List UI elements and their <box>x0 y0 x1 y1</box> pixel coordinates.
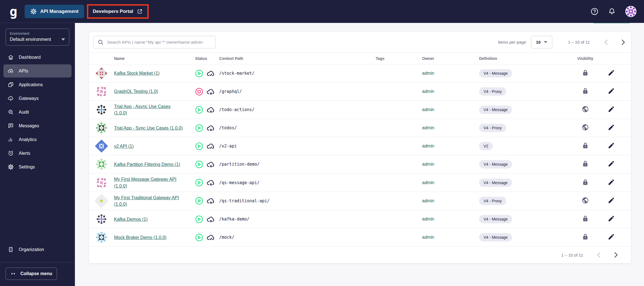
edit-api-button[interactable] <box>608 124 615 131</box>
previous-page-icon[interactable] <box>603 39 610 46</box>
api-table-body: Kafka Stock Market (1) /stock-market/ ad… <box>89 64 631 247</box>
collapse-menu-button[interactable]: Collapse menu <box>6 268 57 280</box>
messages-icon <box>8 123 14 129</box>
items-per-page-select[interactable]: 10 <box>531 36 552 48</box>
chevron-down-icon <box>61 38 65 41</box>
main-content: APIs Add API Items per page: 10 1 – 10 o… <box>75 0 644 263</box>
owner-link[interactable]: admin <box>422 198 434 203</box>
column-tags: Tags <box>376 53 422 64</box>
owner-link[interactable]: admin <box>422 125 434 130</box>
api-name-link[interactable]: Trial App - Async Use Cases (1.0.0) <box>114 103 184 116</box>
tags-cell <box>376 155 422 174</box>
sidebar-bottom: Organization Collapse menu <box>0 241 75 286</box>
api-name-link[interactable]: Kafka Demos (1) <box>114 216 148 222</box>
sidebar-divider <box>0 262 75 262</box>
items-per-page-value: 10 <box>536 40 541 44</box>
api-name-link[interactable]: My First Message Gateway API (1.0.0) <box>114 176 184 189</box>
kafka-demos-icon <box>95 213 108 226</box>
chevron-down-icon <box>544 41 547 43</box>
sidebar-item-organization[interactable]: Organization <box>3 243 72 256</box>
status-started-play-icon <box>195 106 203 114</box>
notifications-bell-icon[interactable] <box>608 7 616 16</box>
edit-api-button[interactable] <box>608 87 615 95</box>
tags-cell <box>376 174 422 192</box>
api-management-button[interactable]: API Management <box>25 5 84 18</box>
definition-badge: V4 - Message <box>479 106 512 114</box>
api-name-link[interactable]: Mock Broker Demo (1.0.0) <box>114 234 167 241</box>
sidebar-item-apis[interactable]: APIs <box>3 64 72 78</box>
owner-link[interactable]: admin <box>422 217 434 221</box>
apis-card: Items per page: 10 1 – 10 of 11 NameStat… <box>89 32 631 263</box>
owner-link[interactable]: admin <box>422 107 434 112</box>
cloud-out-of-sync-icon <box>207 215 215 223</box>
previous-page-icon[interactable] <box>595 251 603 259</box>
sidebar-item-analytics[interactable]: Analytics <box>3 133 72 146</box>
tags-cell <box>376 119 422 137</box>
owner-link[interactable]: admin <box>422 144 434 148</box>
api-name-link[interactable]: v2 API (1) <box>114 143 134 149</box>
sidebar-item-dashboard[interactable]: Dashboard <box>3 51 72 64</box>
edit-api-button[interactable] <box>608 69 615 76</box>
api-table-row: Trial App - Sync Use Cases (1.0.0) /todo… <box>89 119 631 137</box>
owner-link[interactable]: admin <box>422 180 434 185</box>
search-input[interactable] <box>107 40 212 45</box>
edit-api-button[interactable] <box>608 106 615 113</box>
status-started-play-icon <box>195 160 203 168</box>
sidebar-item-gateways[interactable]: Gateways <box>3 92 72 105</box>
owner-link[interactable]: admin <box>422 235 434 240</box>
sidebar-item-messages[interactable]: Messages <box>3 119 72 132</box>
edit-api-button[interactable] <box>608 142 615 149</box>
column-icon <box>89 53 114 64</box>
applications-icon <box>8 81 14 88</box>
status-started-play-icon <box>195 179 203 187</box>
next-page-icon[interactable] <box>619 39 627 46</box>
column-visibility: Visibility <box>563 53 608 64</box>
api-management-label: API Management <box>40 9 79 14</box>
help-icon[interactable] <box>590 7 599 16</box>
sidebar-item-settings[interactable]: Settings <box>3 160 72 174</box>
definition-badge: V4 - Message <box>479 215 512 223</box>
api-name-link[interactable]: GraphQL Testing (1.0) <box>114 88 158 95</box>
sidebar-item-label: Applications <box>19 82 43 87</box>
graphql-testing-icon <box>95 85 108 98</box>
owner-link[interactable]: admin <box>422 89 434 94</box>
environment-selector[interactable]: Environment Default environment <box>6 29 69 46</box>
context-path: /qs-traditional-api/ <box>219 192 376 210</box>
edit-api-button[interactable] <box>608 197 615 204</box>
next-page-icon[interactable] <box>612 251 619 259</box>
api-name-link[interactable]: Trial App - Sync Use Cases (1.0.0) <box>114 125 183 131</box>
sidebar-item-applications[interactable]: Applications <box>3 78 72 91</box>
edit-api-button[interactable] <box>608 233 615 240</box>
sidebar-item-label: APIs <box>19 69 28 74</box>
v2-api-icon <box>95 140 108 153</box>
lock-icon <box>582 142 589 149</box>
api-name-link[interactable]: Kafka Stock Market (1) <box>114 70 160 76</box>
status-stopped-icon <box>195 88 203 96</box>
sidebar-item-alerts[interactable]: Alerts <box>3 147 72 160</box>
api-name-link[interactable]: Kafka Partition Filtering Demo (1) <box>114 161 180 168</box>
edit-api-button[interactable] <box>608 160 615 167</box>
developers-portal-button[interactable]: Developers Portal <box>88 6 147 17</box>
owner-link[interactable]: admin <box>422 71 434 76</box>
user-avatar[interactable] <box>625 6 637 17</box>
environment-label: Environment <box>10 32 65 36</box>
owner-link[interactable]: admin <box>422 162 434 167</box>
sidebar-item-label: Gateways <box>19 96 39 101</box>
sidebar-item-label: Messages <box>19 123 39 128</box>
sidebar-item-label: Audit <box>19 110 29 115</box>
column-context-path: Context Path <box>219 53 376 64</box>
home-icon <box>8 54 14 60</box>
status-started-play-icon <box>195 197 203 205</box>
api-name-link[interactable]: My First Traditional Gateway API (1.0.0) <box>114 194 184 207</box>
edit-api-button[interactable] <box>608 179 615 186</box>
collapse-icon <box>10 271 16 276</box>
audit-search-icon <box>8 109 14 115</box>
status-started-play-icon <box>195 233 203 242</box>
edit-api-button[interactable] <box>608 215 615 222</box>
bottom-paginator: 1 – 10 of 11 <box>89 247 631 263</box>
sidebar-item-audit[interactable]: Audit <box>3 106 72 119</box>
kafka-partition-demo-icon <box>95 158 108 171</box>
lock-icon <box>582 179 589 186</box>
api-table-row: My First Message Gateway API (1.0.0) /qs… <box>89 174 631 192</box>
external-link-icon <box>137 8 143 15</box>
